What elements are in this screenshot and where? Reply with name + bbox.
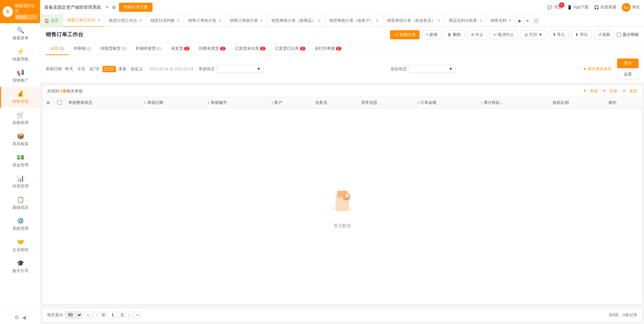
filter-tab-not-printed[interactable]: 未打印单据 0: [310, 43, 346, 55]
tab-cash-daily[interactable]: 钱货日清工作台 ✕: [105, 15, 146, 27]
last-page-btn[interactable]: »: [134, 312, 141, 318]
th-number-label: ↕ 单据编号: [208, 100, 227, 105]
print-btn[interactable]: 🖨 打印 ▼: [520, 30, 546, 39]
filter-tab-shipped-out[interactable]: 已发货已出库 0: [270, 43, 310, 55]
sidebar-item-purchase[interactable]: 🛒 采购管理: [0, 108, 40, 129]
stop-btn[interactable]: ⊘ 中止: [467, 30, 487, 39]
sidebar-item-label: 基础信息: [12, 205, 29, 210]
date-option-more[interactable]: 更多: [117, 66, 128, 73]
tab-close-product-margin[interactable]: ✕: [479, 18, 482, 23]
tab-cash-reconcile[interactable]: 钱货日清对账 ✕: [146, 15, 184, 27]
date-option-7days[interactable]: 近7天: [88, 66, 101, 73]
cancel-stop-btn[interactable]: ↩ 取消中止: [490, 30, 518, 39]
message-btn[interactable]: 💬 6 消息: [547, 4, 562, 10]
app-download-btn[interactable]: 📱 App下载: [567, 4, 589, 10]
tab-sales-order-stats[interactable]: 销售订单统计表 ✕: [184, 15, 226, 27]
table-area: 共找到 0条相关单据 ● 审核 ● 弃审 ● 发货: [43, 86, 641, 321]
tab-sales-stats-product[interactable]: 销货单统计表（按商品） ✕: [267, 15, 325, 27]
export-btn[interactable]: ⬇ 导出: [571, 30, 591, 39]
tab-close-cash-reconcile[interactable]: ✕: [177, 18, 180, 23]
horizontal-scroll[interactable]: [43, 304, 641, 308]
filter-tab-not-shipped[interactable]: 未发货 0: [166, 43, 194, 55]
chart-icon: 📊: [17, 175, 24, 182]
tab-sales-order-workbench[interactable]: 销售订单工作台 ✕: [63, 15, 105, 27]
tab-close-sales-profit[interactable]: ✕: [509, 18, 512, 23]
set-btn[interactable]: 设置: [617, 70, 639, 79]
column-settings-icon[interactable]: ⚙: [46, 100, 50, 105]
sidebar-item-search[interactable]: 🔍 搜索菜单: [0, 23, 40, 44]
ship-action-link[interactable]: 发货: [629, 88, 637, 94]
refresh-btn[interactable]: ↺ 刷新: [594, 30, 614, 39]
sidebar-item-enterprise[interactable]: 🤝 企业协同: [0, 235, 40, 256]
filter-tab-overdue[interactable]: 到期未发货 0: [194, 43, 230, 55]
date-option-custom[interactable]: 自定义: [129, 66, 144, 73]
import-btn[interactable]: ⬆ 导入: [549, 30, 569, 39]
review-action-link[interactable]: 审核: [590, 88, 598, 94]
tab-sales-stats-staff[interactable]: 销货单统计表（按业务员） ✕: [383, 15, 445, 27]
tab-close-sales-order-exec[interactable]: ✕: [260, 18, 263, 23]
sidebar-item-finance[interactable]: 💵 资金管理: [0, 150, 40, 171]
prev-page-btn[interactable]: ‹: [93, 312, 100, 318]
tab-sales-stats-customer[interactable]: 销货单统计表（按客户） ✕: [325, 15, 383, 27]
filter-tab-all-count: (0): [59, 46, 64, 51]
sidebar-item-marketing[interactable]: 📢 营销推广: [0, 66, 40, 87]
industry-solution-btn[interactable]: 体验行业方案: [119, 3, 153, 12]
first-page-btn[interactable]: «: [84, 312, 92, 318]
date-range-display: 2023-02-24 至 2023-03-24: [149, 67, 193, 72]
tabs-scroll-right[interactable]: ▶: [516, 15, 523, 27]
delete-btn[interactable]: 🗑 删除: [444, 30, 464, 39]
per-page-select[interactable]: 50 10 20 100: [65, 311, 82, 319]
select-all-checkbox[interactable]: [57, 100, 61, 105]
date-option-today[interactable]: 今天: [76, 66, 87, 73]
query-btn[interactable]: 查询: [617, 58, 639, 68]
tab-product-margin[interactable]: 商品毛利分析表 ✕: [445, 15, 486, 27]
filter-tab-all[interactable]: 全部 (0): [46, 43, 69, 55]
sidebar-item-operation[interactable]: 📊 经营管理: [0, 171, 40, 193]
filter-tab-wangpu[interactable]: 旺铺待发货 (0): [131, 43, 166, 55]
sidebar-item-quick-nav[interactable]: ⚡ 快捷导航: [0, 44, 40, 66]
new-btn[interactable]: + 新增: [422, 30, 441, 39]
filter-tab-shipped-not-out[interactable]: 已发货未出库 0: [230, 43, 270, 55]
sidebar-item-inventory[interactable]: 📦 库存核算: [0, 129, 40, 150]
sidebar-item-guide[interactable]: 🎓 新手引导: [0, 256, 40, 277]
expand-more-btn[interactable]: ▼ 展开更多条件: [583, 66, 612, 72]
tab-close-sales-order-stats[interactable]: ✕: [218, 18, 221, 23]
next-page-btn[interactable]: ›: [126, 312, 132, 318]
sidebar-item-basic[interactable]: 📋 基础信息: [0, 193, 40, 214]
ai-smart-create-btn[interactable]: ✨ 智能生单: [390, 30, 420, 39]
sidebar-item-label: 库存核算: [12, 141, 29, 147]
tab-sales-profit[interactable]: 销售毛利 ✕: [486, 15, 516, 27]
show-detail-toggle[interactable]: 显示明细: [617, 32, 639, 38]
filter-tabs: 全部 (0) 待审核 (0) 待拣货验货 (0) 旺铺待发货 (0) 未发货: [40, 43, 644, 55]
date-option-yesterday[interactable]: 昨天: [64, 66, 75, 73]
tab-close-sales-stats-staff[interactable]: ✕: [437, 18, 440, 23]
online-service-btn[interactable]: 🎧 在线客服: [594, 4, 616, 10]
sidebar: 6 畅捷通好生意 标准版 🔍 搜索菜单 ⚡ 快捷导航 📢 营销推广 💰: [0, 0, 40, 324]
cancel-review-action-link[interactable]: 弃审: [609, 88, 617, 94]
user-btn[interactable]: Ea 用友: [622, 3, 640, 12]
avatar: Ea: [622, 3, 631, 12]
tab-sales-stats-staff-label: 销货单统计表（按业务员）: [387, 18, 435, 24]
tab-home[interactable]: 🏠 首页: [40, 15, 63, 27]
settings-btn[interactable]: ⚙: [112, 5, 116, 10]
date-option-1month[interactable]: 近1月: [102, 66, 116, 72]
status-select[interactable]: ▼: [217, 65, 264, 73]
filter-tab-pending-inspect[interactable]: 待拣货验货 (0): [96, 43, 131, 55]
tabs-maximize[interactable]: ⬜: [531, 15, 541, 27]
settings-icon[interactable]: ⚙: [14, 314, 19, 321]
filter-tab-pending-review[interactable]: 待审核 (0): [69, 43, 96, 55]
filter-tab-shipped-not-out-label: 已发货未出库: [235, 46, 259, 51]
collapse-icon[interactable]: ◀: [22, 314, 26, 321]
tabs-close-all[interactable]: ✕: [523, 15, 531, 27]
show-detail-checkbox[interactable]: [617, 33, 621, 37]
tab-close-sales-stats-product[interactable]: ✕: [318, 18, 321, 23]
sidebar-item-sales[interactable]: 💰 销售管理: [0, 87, 40, 108]
tab-close-cash-daily[interactable]: ✕: [139, 18, 142, 23]
tab-close-sales-order[interactable]: ✕: [97, 18, 100, 23]
tab-close-sales-stats-customer[interactable]: ✕: [376, 18, 379, 23]
payment-select[interactable]: ▼: [409, 65, 456, 73]
sidebar-item-system[interactable]: ⚙️ 系统管理: [0, 214, 40, 235]
system-dropdown-icon[interactable]: ▼: [105, 5, 109, 10]
tab-sales-order-exec[interactable]: 销售订单执行表 ✕: [226, 15, 267, 27]
page-input[interactable]: [107, 312, 119, 318]
